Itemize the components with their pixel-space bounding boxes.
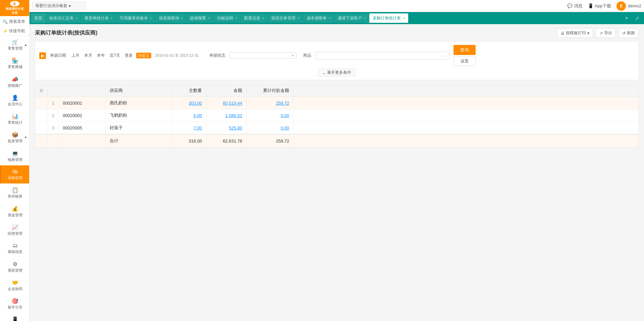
sidebar-item-appstore[interactable]: 📱 应用中心: [0, 313, 29, 321]
table-cell-paid[interactable]: 0.00: [247, 109, 293, 122]
sidebar-item-inventory[interactable]: 📋 库存核算: [0, 183, 29, 202]
app-download-button[interactable]: 📱 App下载: [588, 3, 611, 9]
status-filter-select[interactable]: ▾: [229, 52, 297, 59]
refresh-button[interactable]: ↺ 刷新: [619, 28, 639, 38]
status-filter-label: 单据状态: [209, 53, 225, 58]
settings-button[interactable]: 设置: [453, 56, 476, 66]
stats-icon: 📊: [12, 113, 18, 119]
table-num-column-header: [48, 85, 59, 97]
close-icon[interactable]: ×: [150, 16, 152, 20]
sidebar-item-marketing[interactable]: 📣 营销推广: [0, 73, 29, 91]
tab-demand-summary[interactable]: 要货单统计表 ×: [81, 13, 116, 23]
custom-date-tag[interactable]: 自定义: [136, 53, 151, 58]
tab-available-stock[interactable]: 可用量库存账本 ×: [116, 13, 155, 23]
tab-pick-task[interactable]: 拣货任务管理 ×: [268, 13, 303, 23]
export-button[interactable]: ↗ 导出: [596, 28, 616, 38]
fullscreen-button[interactable]: ⤢: [633, 14, 641, 22]
table-cell-amount[interactable]: 60,519.44: [206, 97, 247, 109]
sidebar-item-retail-mall[interactable]: 🏪 零售商城: [0, 54, 29, 72]
sidebar-search[interactable]: 🔍 搜索菜单: [0, 16, 29, 26]
close-icon[interactable]: ×: [75, 16, 77, 20]
last-month-button[interactable]: 上月: [70, 52, 81, 59]
table-cell-code: 00020001: [59, 97, 106, 109]
close-icon[interactable]: ×: [364, 16, 366, 20]
table-cell-quantity[interactable]: 303.00: [173, 97, 206, 109]
footer-paid: 259.72: [247, 134, 293, 147]
tab-overstock-warning[interactable]: 超储预警 ×: [186, 13, 213, 23]
date-range-display: 2016-01-01 至 2023-12-31: [155, 53, 199, 58]
close-icon[interactable]: ×: [262, 16, 264, 20]
footer-label: 合计: [106, 134, 173, 147]
sidebar-item-label: 新手引导: [8, 305, 22, 310]
table-cell-amount[interactable]: 525.80: [206, 122, 247, 135]
message-button[interactable]: 💬 消息: [567, 3, 583, 9]
sidebar-item-operation[interactable]: 📈 经营管理: [0, 221, 29, 239]
basic-icon: 🗂: [12, 243, 18, 249]
close-icon[interactable]: ×: [181, 16, 183, 20]
this-year-button[interactable]: 本年: [96, 52, 106, 59]
sidebar-item-system[interactable]: ⚙ 系统管理: [0, 258, 29, 276]
sidebar-item-member[interactable]: 👤 会员中心: [0, 91, 29, 110]
wholesale-icon: 📦: [12, 131, 18, 138]
table-cell-paid[interactable]: 259.72: [247, 97, 293, 109]
this-month-button[interactable]: 本月: [83, 52, 94, 59]
tab-cost-adjust[interactable]: 成本调整单 ×: [303, 13, 334, 23]
close-icon[interactable]: ×: [298, 16, 300, 20]
sidebar-item-basic[interactable]: 🗂 基础信息: [0, 239, 29, 257]
page-header: 采购订单统计表(按供应商) 🖨 按模板打印 ▾ ↗ 导出 ↺ 刷新: [35, 28, 639, 38]
sidebar-item-purchase[interactable]: 🛍 采购管理: [0, 165, 29, 183]
table-settings-column-header[interactable]: ⚙: [35, 85, 48, 97]
table-cell-amount[interactable]: 1,586.52: [206, 109, 247, 122]
chevron-down-icon: ▲: [24, 43, 27, 47]
tab-expiry-query[interactable]: 保质期查询 ×: [156, 13, 186, 23]
sidebar-item-ecommerce[interactable]: 💻 电商管理: [0, 147, 29, 165]
table-code-column-header: [59, 85, 106, 97]
sidebar-item-retail[interactable]: 🛒 零售管理 ▲: [0, 36, 29, 54]
tab-label: 超储预警: [190, 15, 206, 21]
tab-function-desc[interactable]: 功能说明 ×: [214, 13, 240, 23]
close-icon[interactable]: ×: [403, 16, 405, 20]
member-icon: 👤: [12, 95, 18, 101]
last-7-days-button[interactable]: 近7天: [108, 52, 121, 59]
table-cell-code: 00020005: [59, 122, 106, 135]
breadcrumb[interactable]: 母婴行业演示账套 ▾: [32, 2, 86, 10]
tab-home[interactable]: 首页: [31, 13, 46, 23]
filter-toggle-button[interactable]: ▶: [39, 52, 46, 59]
table-row: 3 00020005 好孩子 7.00 525.80 0.00: [35, 122, 638, 135]
settings-icon[interactable]: ⚙: [39, 88, 44, 93]
tab-invite-customer[interactable]: 邀请下游客户 ×: [334, 13, 369, 23]
sidebar-item-newbie[interactable]: 🎯 新手引导: [0, 295, 29, 313]
table-cell-paid[interactable]: 0.00: [247, 122, 293, 135]
sidebar-item-finance[interactable]: 💰 资金管理: [0, 202, 29, 221]
table-cell-num: 3: [48, 122, 59, 135]
tab-purchase-summary[interactable]: 采购订单统计表 ×: [369, 13, 408, 23]
user-profile[interactable]: E demo2: [616, 1, 641, 11]
goods-filter-input[interactable]: ···: [315, 52, 449, 60]
table-cell-num: 2: [48, 109, 59, 122]
close-icon[interactable]: ×: [329, 16, 331, 20]
close-icon[interactable]: ×: [235, 16, 237, 20]
table-cell-quantity[interactable]: 6.00: [173, 109, 206, 122]
more-dates-button[interactable]: 更多: [123, 52, 134, 59]
tab-receive-summary[interactable]: 收发存汇总表 ×: [46, 13, 81, 23]
expand-filter-button[interactable]: ⌄ 展开更多条件: [318, 69, 356, 76]
sidebar-item-enterprise[interactable]: 🤝 企业协同: [0, 276, 29, 295]
tab-label: 采购订单统计表: [373, 15, 401, 21]
chevron-down-icon: ▼: [24, 136, 27, 139]
query-button[interactable]: 查询: [453, 45, 476, 55]
tab-config-info[interactable]: 配置信息 ×: [241, 13, 268, 23]
close-icon[interactable]: ×: [111, 16, 113, 20]
more-icon[interactable]: ···: [442, 53, 447, 58]
enterprise-icon: 🤝: [12, 279, 18, 286]
sidebar-quicknav[interactable]: ⚡ 快捷导航: [0, 26, 29, 36]
sidebar-item-label: 批发管理: [8, 139, 22, 143]
breadcrumb-arrow-icon: ▾: [69, 4, 71, 8]
tab-label: 功能说明: [217, 15, 233, 21]
date-filter-label: 单据日期: [50, 53, 66, 58]
table-cell-quantity[interactable]: 7.00: [173, 122, 206, 135]
sidebar-item-wholesale[interactable]: 📦 批发管理 ▼: [0, 128, 29, 147]
sidebar-item-retail-stats[interactable]: 📊 零售统计: [0, 110, 29, 128]
print-button[interactable]: 🖨 按模板打印 ▾: [557, 28, 593, 38]
close-all-tabs-button[interactable]: ×: [623, 14, 631, 22]
close-icon[interactable]: ×: [208, 16, 210, 20]
